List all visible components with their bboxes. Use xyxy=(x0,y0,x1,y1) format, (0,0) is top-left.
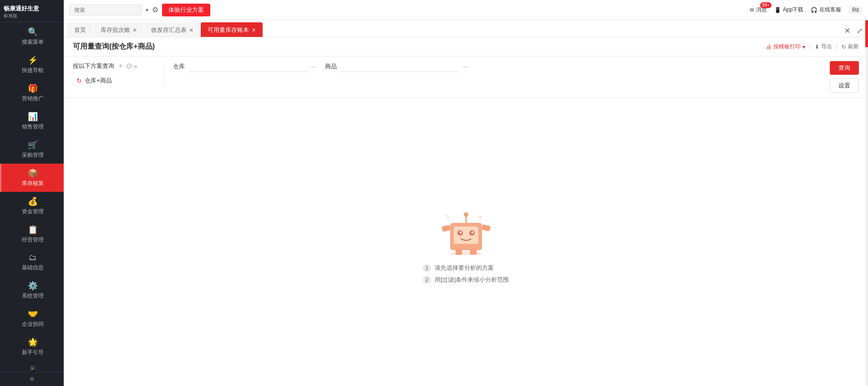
sidebar-label-purchase: 采购管理 xyxy=(22,151,44,159)
gear-icon[interactable]: ⚙ xyxy=(152,5,158,14)
product-field: 商品 ··· xyxy=(325,61,470,72)
query-btn[interactable]: 查询 xyxy=(830,61,859,75)
svg-text:?: ? xyxy=(478,215,482,222)
scrollbar-thumb xyxy=(865,20,868,47)
sidebar-header: 畅康通好生意 标准版 xyxy=(0,0,64,22)
system-icon: ⚙️ xyxy=(28,281,38,291)
sidebar-item-search[interactable]: 🔍搜索菜单 xyxy=(0,22,64,51)
sidebar-item-quicknav[interactable]: ⚡快捷导航 xyxy=(0,51,64,79)
sidebar-item-enterprise[interactable]: 🤝企业协同 xyxy=(0,304,64,333)
svg-rect-2 xyxy=(454,226,478,244)
add-scheme-btn[interactable]: ＋ xyxy=(117,61,124,71)
sidebar-label-sales: 销售管理 xyxy=(22,123,44,131)
svg-point-5 xyxy=(459,232,462,234)
sidebar-item-appcenter[interactable]: 📱应用中心 xyxy=(0,361,64,372)
basic-icon: 🗂 xyxy=(29,253,37,262)
sidebar-item-inventory[interactable]: 📦库存核算 xyxy=(0,164,64,192)
sidebar-label-inventory: 库存核算 xyxy=(22,180,44,187)
collapse-scheme-btn[interactable]: « xyxy=(134,61,137,71)
online-service-btn[interactable]: 🎧 在线客服 xyxy=(811,6,841,14)
filter-scheme: 按以下方案查询 ＋ ⊙ « ↻ 仓库+商品 xyxy=(73,61,164,87)
warehouse-more-btn[interactable]: ··· xyxy=(310,62,318,71)
app-download-btn[interactable]: 📱 App下载 xyxy=(774,6,803,14)
sidebar-item-operation[interactable]: 📋经营管理 xyxy=(0,220,64,248)
tab-batch[interactable]: 库存批次账× xyxy=(94,22,143,37)
tab-label-batch: 库存批次账 xyxy=(101,26,130,34)
search-input[interactable] xyxy=(69,5,142,15)
tab-close-batch[interactable]: × xyxy=(133,27,137,33)
tab-label-home: 首页 xyxy=(74,26,86,34)
export-btn[interactable]: ⬇ 导出 xyxy=(815,43,832,51)
product-label: 商品 xyxy=(325,62,337,71)
warehouse-label: 仓库 xyxy=(173,62,185,71)
operation-icon: 📋 xyxy=(28,225,38,235)
headset-icon: 🎧 xyxy=(811,7,817,13)
sidebar-item-finance[interactable]: 💰资金管理 xyxy=(0,192,64,220)
dropdown-arrow-icon[interactable]: ▾ xyxy=(146,7,148,13)
sidebar-footer[interactable]: ⚙ xyxy=(0,372,64,386)
divider2 xyxy=(837,44,837,50)
tabs-bar: 首页库存批次账×收发存汇总表×可用量库存账本× ✕ ⤢ xyxy=(64,20,868,37)
sidebar-item-basic[interactable]: 🗂基础信息 xyxy=(0,248,64,276)
message-icon: ✉ xyxy=(750,7,754,13)
sidebar-item-marketing[interactable]: 🎁营销推广 xyxy=(0,79,64,107)
sidebar-item-purchase[interactable]: 🛒采购管理 xyxy=(0,135,64,164)
manage-scheme-btn[interactable]: ⊙ xyxy=(126,61,132,71)
close-tab-btn[interactable]: ✕ xyxy=(843,25,852,37)
app-tag: 标准版 xyxy=(4,13,60,19)
settings-btn[interactable]: 设置 xyxy=(830,78,859,93)
tab-available[interactable]: 可用量库存账本× xyxy=(201,22,262,37)
hint-text-2: 用[过滤]条件来缩小分析范围 xyxy=(435,276,509,284)
user-menu-btn[interactable]: Rit xyxy=(848,5,863,15)
search-icon: 🔍 xyxy=(28,27,38,37)
product-input[interactable] xyxy=(340,61,459,72)
app-name: 畅康通好生意 xyxy=(4,5,60,13)
hint-num-2: 2 xyxy=(423,276,431,284)
filter-action-col: 查询 设置 xyxy=(822,61,859,93)
industry-btn[interactable]: 体验行业方案 xyxy=(162,4,210,16)
sidebar-item-system[interactable]: ⚙️系统管理 xyxy=(0,276,64,304)
page-title: 可用量查询(按仓库+商品) xyxy=(73,42,155,51)
product-more-btn[interactable]: ··· xyxy=(462,62,470,71)
messages-btn[interactable]: ✉ 消息 99+ xyxy=(750,6,767,14)
refresh-btn[interactable]: ↻ 刷新 xyxy=(842,43,859,51)
appcenter-icon: 📱 xyxy=(28,365,38,372)
purchase-icon: 🛒 xyxy=(28,140,38,150)
scheme-item-warehouse-product[interactable]: ↻ 仓库+商品 xyxy=(73,74,154,87)
svg-point-8 xyxy=(464,212,468,217)
right-scrollbar[interactable] xyxy=(865,20,868,386)
content-area: 可用量查询(按仓库+商品) 🖨 按模板打印 ▾ ⬇ 导出 ↻ xyxy=(64,37,868,386)
sidebar-label-system: 系统管理 xyxy=(22,292,44,300)
svg-rect-12 xyxy=(470,249,477,255)
tab-close-summary[interactable]: × xyxy=(189,27,193,33)
divider1 xyxy=(810,44,810,50)
main-area: ▾ ⚙ 体验行业方案 ✉ 消息 99+ 📱 App下载 🎧 在线客服 R xyxy=(64,0,868,386)
template-print-arrow: ▾ xyxy=(802,44,805,50)
tab-summary[interactable]: 收发存汇总表× xyxy=(144,22,200,37)
filter-scheme-label: 按以下方案查询 xyxy=(73,62,114,70)
empty-hint-2: 2 用[过滤]条件来缩小分析范围 xyxy=(423,276,509,284)
scheme-item-icon: ↻ xyxy=(76,77,82,84)
warehouse-input[interactable] xyxy=(188,61,307,72)
expand-tab-btn[interactable]: ⤢ xyxy=(855,25,864,37)
warehouse-field: 仓库 ··· xyxy=(173,61,318,72)
page-header: 可用量查询(按仓库+商品) 🖨 按模板打印 ▾ ⬇ 导出 ↻ xyxy=(64,37,868,57)
svg-rect-10 xyxy=(481,224,490,232)
page-header-actions: 🖨 按模板打印 ▾ ⬇ 导出 ↻ 刷新 xyxy=(766,43,859,51)
sales-icon: 📊 xyxy=(28,112,38,122)
robot-svg: ? ? xyxy=(439,200,493,255)
username-label: Rit xyxy=(852,7,859,13)
export-label: 导出 xyxy=(821,43,832,51)
tab-home[interactable]: 首页 xyxy=(67,22,93,37)
sidebar-item-sales[interactable]: 📊销售管理 xyxy=(0,107,64,135)
newguide-icon: 🌟 xyxy=(28,337,38,347)
sidebar-label-newguide: 新手引导 xyxy=(22,349,44,356)
filter-scheme-header: 按以下方案查询 ＋ ⊙ « xyxy=(73,61,154,71)
empty-hint-1: 1 请先选择要分析的方案 xyxy=(423,264,509,272)
marketing-icon: 🎁 xyxy=(28,83,38,93)
tab-close-available[interactable]: × xyxy=(252,27,255,33)
service-label: 在线客服 xyxy=(819,6,841,14)
sidebar-label-search: 搜索菜单 xyxy=(22,38,44,46)
template-print-btn[interactable]: 🖨 按模板打印 ▾ xyxy=(766,43,805,51)
sidebar-item-newguide[interactable]: 🌟新手引导 xyxy=(0,333,64,361)
